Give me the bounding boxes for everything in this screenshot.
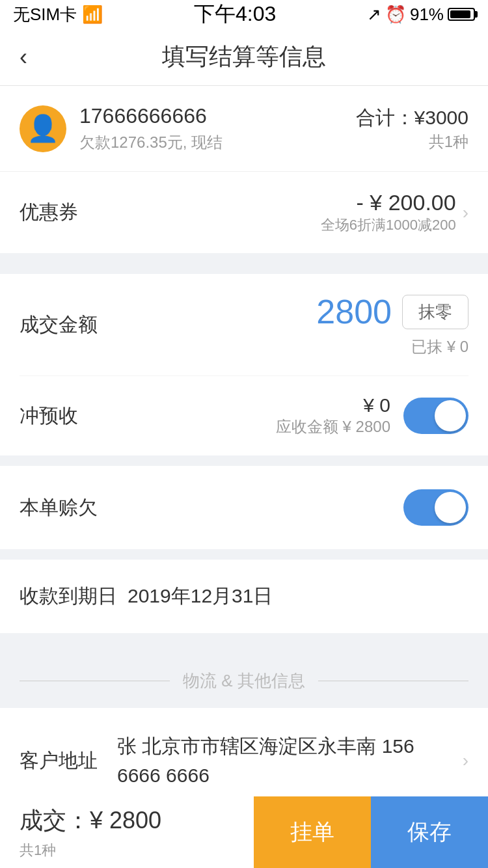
wifi-icon: 📶: [82, 5, 103, 25]
status-left: 无SIM卡 📶: [13, 3, 103, 26]
battery-percent: 91%: [410, 5, 444, 25]
customer-info: 17666666666 欠款1276.35元, 现结: [79, 104, 223, 153]
credit-section: 本单赊欠: [0, 466, 488, 549]
toggle-thumb: [435, 400, 466, 431]
separator-3: [0, 644, 488, 654]
hold-button[interactable]: 挂单: [254, 796, 371, 868]
prepay-toggle[interactable]: [403, 398, 468, 434]
save-button[interactable]: 保存: [371, 796, 488, 868]
coupon-chevron-icon: ›: [463, 202, 468, 223]
deal-label: 成交金额: [20, 312, 98, 338]
avatar-icon: 👤: [27, 113, 59, 144]
coupon-amount: - ¥ 200.00: [321, 190, 456, 215]
bottom-count: 共1种: [20, 841, 234, 860]
separator-1: [0, 264, 488, 274]
avatar: 👤: [20, 105, 66, 152]
date-section: 收款到期日 2019年12月31日: [0, 560, 488, 633]
date-value: 2019年12月31日: [128, 583, 273, 610]
total-amount: 合计：¥3000: [356, 105, 468, 131]
content: 👤 17666666666 欠款1276.35元, 现结 合计：¥3000 共1…: [0, 86, 488, 868]
divider-line-right: [318, 681, 468, 681]
customer-phone: 17666666666: [79, 104, 223, 128]
customer-right: 合计：¥3000 共1种: [356, 105, 468, 152]
status-time: 下午4:03: [194, 0, 276, 29]
status-bar: 无SIM卡 📶 下午4:03 ↗ ⏰ 91%: [0, 0, 488, 29]
total-count: 共1种: [356, 131, 468, 152]
address-value: 张 北京市市辖区海淀区永丰南 156 6666 6666: [117, 731, 443, 790]
round-button[interactable]: 抹零: [402, 295, 468, 329]
nav-bar: ‹ 填写结算等信息: [0, 29, 488, 86]
page-title: 填写结算等信息: [162, 41, 326, 73]
separator-2: [0, 455, 488, 466]
credit-label: 本单赊欠: [20, 495, 98, 521]
customer-card: 👤 17666666666 欠款1276.35元, 现结 合计：¥3000 共1…: [0, 86, 488, 253]
status-right: ↗ ⏰ 91%: [367, 5, 475, 25]
logistics-text: 物流 & 其他信息: [183, 670, 305, 692]
prepay-row: 冲预收 ¥ 0 应收金额 ¥ 2800: [20, 376, 468, 455]
battery-icon: [448, 8, 475, 21]
prepay-amount: ¥ 0: [276, 394, 390, 416]
deal-row: 成交金额 2800 抹零 已抹 ¥ 0: [20, 274, 468, 376]
coupon-row[interactable]: 优惠券 - ¥ 200.00 全场6折满1000减200 ›: [0, 171, 488, 253]
bottom-deal-prefix: 成交：: [20, 807, 90, 834]
coupon-desc: 全场6折满1000减200: [321, 215, 456, 235]
customer-left: 👤 17666666666 欠款1276.35元, 现结: [20, 104, 223, 153]
divider-line-left: [20, 681, 170, 681]
back-button[interactable]: ‹: [20, 44, 27, 71]
bottom-summary: 成交：¥ 2800 共1种: [0, 805, 254, 860]
customer-sub: 欠款1276.35元, 现结: [79, 132, 223, 153]
deal-section: 成交金额 2800 抹零 已抹 ¥ 0 冲预收 ¥ 0 应收金额 ¥ 2800: [0, 274, 488, 455]
customer-row: 👤 17666666666 欠款1276.35元, 现结 合计：¥3000 共1…: [0, 86, 488, 171]
address-label: 客户地址: [20, 748, 98, 774]
date-label: 收款到期日: [20, 583, 117, 610]
coupon-right: - ¥ 200.00 全场6折满1000减200 ›: [321, 190, 468, 235]
credit-toggle[interactable]: [403, 489, 468, 526]
prepay-sub: 应收金额 ¥ 2800: [276, 416, 390, 437]
location-icon: ↗: [367, 5, 381, 25]
credit-toggle-thumb: [435, 492, 466, 523]
deal-amount-row: 2800 抹零: [316, 292, 468, 331]
alarm-icon: ⏰: [385, 5, 406, 25]
address-chevron-icon: ›: [463, 750, 468, 771]
bottom-deal-amount: ¥ 2800: [90, 807, 161, 834]
deal-amount: 2800: [316, 292, 392, 331]
date-row: 收款到期日 2019年12月31日: [20, 560, 468, 633]
logistics-divider: 物流 & 其他信息: [0, 654, 488, 708]
signal-text: 无SIM卡: [13, 3, 77, 26]
coupon-label: 优惠券: [20, 199, 78, 226]
prepay-label: 冲预收: [20, 403, 78, 429]
bottom-deal-label: 成交：¥ 2800: [20, 805, 234, 837]
deal-sub: 已抹 ¥ 0: [411, 336, 468, 357]
bottom-bar: 成交：¥ 2800 共1种 挂单 保存: [0, 796, 488, 868]
credit-row: 本单赊欠: [20, 466, 468, 549]
battery-fill: [450, 10, 470, 18]
